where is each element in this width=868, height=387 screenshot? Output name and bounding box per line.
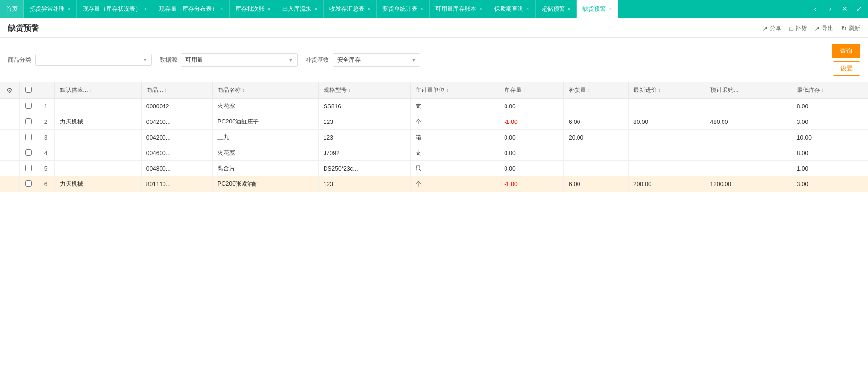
nav-tab-7[interactable]: 要货单统计表×: [377, 0, 430, 18]
category-filter-group: 商品分类 ▼: [8, 54, 152, 66]
th-est-purchase[interactable]: 预计采购...↕: [705, 82, 792, 99]
nav-tab-close-11[interactable]: ×: [609, 6, 612, 12]
nav-tab-close-3[interactable]: ×: [220, 6, 223, 12]
nav-tab-label-5: 出入库流水: [282, 5, 311, 13]
row-spec-0: SS816: [318, 99, 410, 114]
row-unit-5: 个: [410, 176, 499, 192]
export-btn[interactable]: ↗ 导出: [814, 24, 833, 33]
th-stock-qty[interactable]: 库存量↕: [499, 82, 564, 99]
table-wrapper: ⚙ 默认供应...↕ 商品...↕ 商品名称↕: [0, 82, 868, 192]
nav-tab-close-1[interactable]: ×: [68, 6, 71, 12]
th-settings: ⚙: [0, 82, 19, 99]
row-stock-0: 0.00: [499, 99, 564, 114]
row-name-3: 火花塞: [213, 145, 319, 161]
th-min-stock[interactable]: 最低库存↕: [792, 82, 868, 99]
nav-tab-label-10: 超储预警: [542, 5, 565, 13]
th-replenish-qty-label: 补货量: [569, 86, 586, 94]
row-replenish-4: [564, 161, 629, 176]
replenish-icon: □: [789, 25, 793, 32]
refresh-btn[interactable]: ↻ 刷新: [841, 24, 860, 33]
settings-gear-icon[interactable]: ⚙: [6, 87, 13, 94]
next-tab-btn[interactable]: ›: [823, 2, 837, 16]
row-code-4: 004800...: [141, 161, 212, 176]
row-name-1: PC200油缸庄子: [213, 114, 319, 130]
sort-name-icon: ↕: [242, 88, 245, 93]
nav-tab-close-4[interactable]: ×: [268, 6, 271, 12]
sort-est-icon: ↕: [740, 88, 742, 93]
row-checkbox-3[interactable]: [25, 149, 32, 156]
th-default-supplier[interactable]: 默认供应...↕: [54, 82, 141, 99]
nav-tab-close-8[interactable]: ×: [479, 6, 482, 12]
row-code-0: 0000042: [141, 99, 212, 114]
row-min-4: 1.00: [792, 161, 868, 176]
nav-tab-10[interactable]: 超储预警×: [536, 0, 577, 18]
nav-tab-9[interactable]: 保质期查询×: [488, 0, 536, 18]
th-product-code-label: 商品...: [146, 86, 163, 94]
sort-spec-icon: ↕: [348, 88, 351, 93]
row-spec-3: J7092: [318, 145, 410, 161]
nav-tab-label-8: 可用量库存账本: [435, 5, 476, 13]
filter-bar: 商品分类 ▼ 数据源 可用量 ▼ 补货基数 安全库存 ▼ 查询 设置: [0, 38, 868, 82]
th-product-name[interactable]: 商品名称↕: [213, 82, 319, 99]
row-replenish-5: 6.00: [564, 176, 629, 192]
row-checkbox-5[interactable]: [25, 180, 32, 187]
row-min-2: 10.00: [792, 130, 868, 145]
replenish-select[interactable]: 安全库存 ▼: [333, 53, 420, 67]
row-unit-0: 支: [410, 99, 499, 114]
select-all-checkbox[interactable]: [25, 87, 32, 93]
nav-tab-1[interactable]: 拣货异常处理×: [24, 0, 77, 18]
nav-tab-close-2[interactable]: ×: [144, 6, 147, 12]
nav-tab-4[interactable]: 库存批次账×: [230, 0, 277, 18]
expand-btn[interactable]: ⤢: [852, 2, 866, 16]
row-price-3: [629, 145, 705, 161]
row-supplier-2: [54, 130, 141, 145]
datasource-select[interactable]: 可用量 ▼: [181, 53, 298, 67]
replenish-value: 安全库存: [337, 56, 361, 64]
th-unit[interactable]: 主计量单位↕: [410, 82, 499, 99]
row-checkbox-4[interactable]: [25, 165, 32, 171]
nav-tab-5[interactable]: 出入库流水×: [276, 0, 324, 18]
row-supplier-3: [54, 145, 141, 161]
sort-code-icon: ↕: [164, 88, 167, 93]
replenish-label: 补货基数: [306, 56, 329, 64]
sort-stock-icon: ↕: [523, 88, 525, 93]
row-stock-4: 0.00: [499, 161, 564, 176]
th-latest-price[interactable]: 最新进价↕: [629, 82, 705, 99]
row-code-3: 004600...: [141, 145, 212, 161]
row-checkbox-2[interactable]: [25, 134, 32, 140]
row-supplier-5: 力天机械: [54, 176, 141, 192]
table-row: 6 力天机械 801110... PC200张紧油缸 123 个 -1.00 6…: [0, 176, 868, 192]
th-spec[interactable]: 规格型号↕: [318, 82, 410, 99]
nav-tab-6[interactable]: 收发存汇总表×: [324, 0, 377, 18]
query-btn[interactable]: 查询: [832, 44, 860, 58]
nav-tab-close-7[interactable]: ×: [420, 6, 423, 12]
nav-tab-2[interactable]: 现存量（库存状况表）×: [77, 0, 153, 18]
th-product-code[interactable]: 商品...↕: [141, 82, 212, 99]
datasource-chevron-icon: ▼: [289, 57, 293, 63]
header-actions: ↗ 分享 □ 补货 ↗ 导出 ↻ 刷新: [762, 24, 860, 33]
row-est-1: 480.00: [705, 114, 792, 130]
th-replenish-qty[interactable]: 补货量↕: [564, 82, 629, 99]
nav-tab-close-9[interactable]: ×: [526, 6, 529, 12]
nav-tab-close-5[interactable]: ×: [314, 6, 317, 12]
category-select[interactable]: ▼: [35, 54, 152, 66]
settings-btn[interactable]: 设置: [833, 61, 860, 76]
nav-tab-close-10[interactable]: ×: [568, 6, 571, 12]
nav-tab-3[interactable]: 现存量（库存分布表）×: [153, 0, 230, 18]
replenish-filter-group: 补货基数 安全库存 ▼: [306, 53, 420, 67]
nav-tab-0[interactable]: 首页: [0, 0, 24, 18]
th-est-purchase-label: 预计采购...: [710, 86, 739, 94]
nav-tab-11[interactable]: 缺货预警×: [577, 0, 618, 18]
nav-tab-close-6[interactable]: ×: [367, 6, 370, 12]
row-checkbox-cell-1: [19, 114, 37, 130]
close-tab-btn[interactable]: ✕: [838, 2, 851, 16]
share-btn[interactable]: ↗ 分享: [762, 24, 781, 33]
th-product-name-label: 商品名称: [217, 86, 241, 94]
replenish-btn[interactable]: □ 补货: [789, 24, 807, 33]
prev-tab-btn[interactable]: ‹: [809, 2, 822, 16]
row-checkbox-1[interactable]: [25, 118, 32, 124]
row-checkbox-0[interactable]: [25, 103, 32, 109]
sort-supplier-icon: ↕: [90, 88, 92, 93]
table-row: 2 力天机械 004200... PC200油缸庄子 123 个 -1.00 6…: [0, 114, 868, 130]
nav-tab-8[interactable]: 可用量库存账本×: [430, 0, 488, 18]
